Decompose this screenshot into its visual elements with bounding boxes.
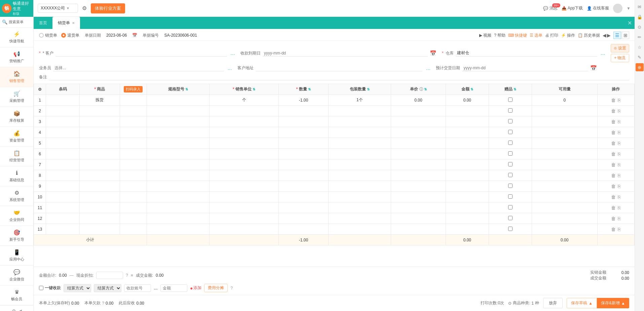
row-price[interactable]: [391, 138, 446, 149]
row-price[interactable]: [391, 149, 446, 159]
row-pack-qty[interactable]: [328, 224, 391, 235]
row-delete-icon[interactable]: 🗑: [611, 173, 616, 178]
salesperson-more-icon[interactable]: …: [227, 66, 232, 71]
row-goods[interactable]: [80, 192, 120, 202]
expected-date-input[interactable]: [462, 65, 588, 71]
row-gift[interactable]: [489, 106, 532, 116]
sidebar-item-inventory[interactable]: 📦 库存核算: [0, 107, 33, 127]
account-select[interactable]: 结算方式: [94, 284, 121, 292]
row-unit[interactable]: [210, 127, 279, 138]
row-price[interactable]: [391, 159, 446, 170]
row-price[interactable]: [391, 106, 446, 116]
row-pack-qty[interactable]: [328, 192, 391, 202]
sidebar-item-operations[interactable]: 📋 经营管理: [0, 147, 33, 166]
row-unit[interactable]: [210, 116, 279, 127]
row-qty[interactable]: [279, 192, 328, 202]
sidebar-item-purchase[interactable]: 🛒 采购管理: [0, 87, 33, 107]
row-gift-checkbox[interactable]: [508, 141, 513, 145]
row-amount[interactable]: [446, 138, 489, 149]
row-gift-checkbox[interactable]: [508, 216, 513, 220]
online-service-link[interactable]: 👤 在线客服: [587, 5, 609, 11]
row-gift[interactable]: [489, 170, 532, 181]
discount-input[interactable]: [96, 272, 123, 279]
sort-price-icon[interactable]: ⇅: [424, 87, 427, 91]
row-gift-checkbox[interactable]: [508, 119, 513, 123]
row-spec[interactable]: [147, 127, 209, 138]
user-avatar[interactable]: [613, 4, 622, 13]
date-picker-icon[interactable]: 📅: [132, 33, 137, 38]
row-price[interactable]: 0.00: [391, 95, 446, 106]
collapse-icon[interactable]: ◀: [18, 308, 22, 311]
row-spec[interactable]: [147, 224, 209, 235]
sidebar-search[interactable]: 🔍 搜索菜单: [0, 17, 33, 28]
row-gift-checkbox[interactable]: [508, 173, 513, 177]
row-price[interactable]: [391, 127, 446, 138]
print-btn[interactable]: 🖨 打印: [545, 33, 558, 38]
trial-button[interactable]: 体验行业方案: [91, 3, 125, 13]
customer-input[interactable]: [55, 50, 227, 56]
row-qty[interactable]: [279, 116, 328, 127]
row-goods[interactable]: 拣货: [80, 95, 120, 106]
sidebar-item-cooperation[interactable]: 🤝 企业协同: [0, 206, 33, 226]
row-unit[interactable]: [210, 138, 279, 149]
company-selector[interactable]: XXXXXX公司 ▼: [38, 4, 78, 13]
row-pack-qty[interactable]: [328, 159, 391, 170]
row-delete-icon[interactable]: 🗑: [611, 205, 616, 210]
row-spec[interactable]: [147, 181, 209, 192]
receipt-date-input[interactable]: [263, 50, 428, 56]
row-copy-icon[interactable]: ⎘: [618, 98, 620, 103]
flow-button[interactable]: + 物流: [611, 54, 629, 62]
rp-star-icon[interactable]: ☆: [636, 43, 644, 51]
th-settings[interactable]: ⚙: [34, 84, 46, 95]
row-amount[interactable]: [446, 181, 489, 192]
sidebar-item-quick-nav[interactable]: ⚡ 快捷导航: [0, 28, 33, 47]
row-pack-qty[interactable]: [328, 138, 391, 149]
row-qty[interactable]: [279, 127, 328, 138]
row-copy-icon[interactable]: ⎘: [618, 151, 620, 157]
row-goods[interactable]: [80, 181, 120, 192]
row-unit[interactable]: 个: [210, 95, 279, 106]
remark-input[interactable]: [49, 74, 629, 80]
tab-sales-order[interactable]: 销货单 ✕: [52, 17, 80, 29]
row-copy-icon[interactable]: ⎘: [618, 130, 620, 135]
row-qty[interactable]: [279, 138, 328, 149]
row-gift-checkbox[interactable]: [508, 184, 513, 188]
row-pack-qty[interactable]: [328, 202, 391, 213]
sidebar-item-marketing[interactable]: 📢 营销推广: [0, 47, 33, 67]
row-goods[interactable]: [80, 170, 120, 181]
row-qty[interactable]: [279, 170, 328, 181]
row-goods[interactable]: [80, 224, 120, 235]
row-delete-icon[interactable]: 🗑: [611, 194, 616, 200]
row-gift-checkbox[interactable]: [508, 151, 513, 156]
row-gift[interactable]: [489, 127, 532, 138]
row-copy-icon[interactable]: ⎘: [618, 216, 620, 221]
row-delete-icon[interactable]: 🗑: [611, 141, 616, 146]
user-arrow-icon[interactable]: ▼: [627, 6, 631, 11]
row-spec[interactable]: [147, 116, 209, 127]
radio-sale-order[interactable]: 销货单: [39, 33, 57, 38]
row-barcode[interactable]: [46, 149, 80, 159]
operate-btn[interactable]: ⚡ 操作: [561, 33, 575, 38]
row-price[interactable]: [391, 170, 446, 181]
th-scan[interactable]: 扫码录入: [120, 84, 147, 95]
sidebar-item-system[interactable]: ⚙ 系统管理: [0, 186, 33, 206]
row-barcode[interactable]: [46, 202, 80, 213]
sidebar-item-sales[interactable]: 🏠 销售管理: [0, 67, 33, 87]
row-copy-icon[interactable]: ⎘: [618, 173, 620, 178]
sidebar-item-member[interactable]: ♛ 畅会员: [0, 285, 33, 305]
row-price[interactable]: [391, 116, 446, 127]
row-copy-icon[interactable]: ⎘: [618, 119, 620, 124]
row-gift[interactable]: [489, 192, 532, 202]
row-qty[interactable]: [279, 202, 328, 213]
row-gift[interactable]: [489, 181, 532, 192]
row-spec[interactable]: [147, 138, 209, 149]
sort-qty-icon[interactable]: ⇅: [308, 87, 311, 91]
row-goods[interactable]: [80, 138, 120, 149]
discard-button[interactable]: 放弃: [543, 298, 563, 308]
sidebar-item-app[interactable]: 📱 应用中心: [0, 246, 33, 266]
row-amount[interactable]: [446, 224, 489, 235]
row-qty[interactable]: -1.00: [279, 95, 328, 106]
salesperson-input[interactable]: [53, 65, 224, 71]
row-unit[interactable]: [210, 106, 279, 116]
row-gift-checkbox[interactable]: [508, 194, 513, 199]
